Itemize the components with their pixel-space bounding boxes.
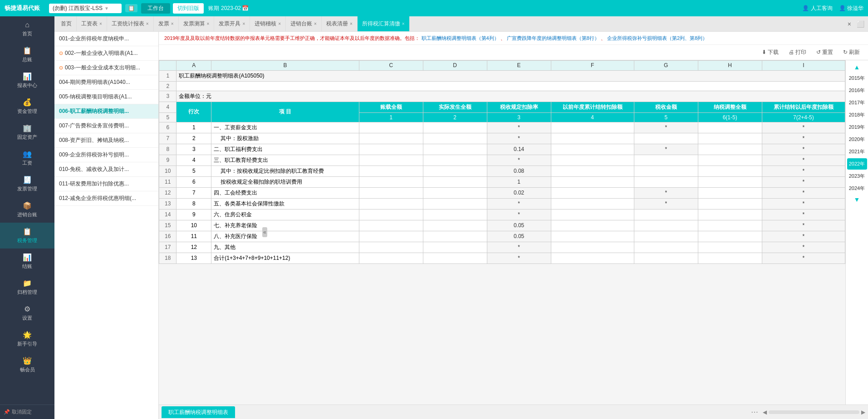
row-12-d[interactable] [423,187,487,198]
year-2018[interactable]: 2018年 [847,109,867,121]
row-18-d[interactable] [423,253,487,263]
sidebar-item-funds[interactable]: 💰 资金管理 [0,93,54,119]
year-2017[interactable]: 2017年 [847,97,867,108]
row-17-seq[interactable]: 12 [177,242,211,253]
customer-service[interactable]: 👤 人工客询 [802,5,832,12]
sidebar-item-ledger[interactable]: 📋 总账 [0,42,54,68]
row-9-c[interactable] [359,155,423,166]
scroll-right-icon[interactable]: ▶ [861,409,865,415]
row-7-d[interactable] [423,133,487,144]
row-14-g[interactable] [634,209,698,220]
col-C-header[interactable]: C [359,60,423,70]
sidebar-item-assets[interactable]: 🏢 固定资产 [0,119,54,145]
tab-invoice-issue-close[interactable]: × [242,21,245,26]
row-11-f[interactable] [551,176,634,187]
row-12-h[interactable] [698,187,762,198]
row-11-d[interactable] [423,176,487,187]
row-15-c[interactable] [359,220,423,231]
row-13-f[interactable] [551,198,634,209]
row-12-c[interactable] [359,187,423,198]
col-A-header[interactable]: A [177,60,211,70]
row-17-f[interactable] [551,242,634,253]
row-11-c[interactable] [359,176,423,187]
sidebar-item-sales[interactable]: 📦 进销台账 [0,197,54,223]
row-16-d[interactable] [423,231,487,242]
company-selector[interactable]: (勿删) 江西股宝-LSS ▼ [49,4,122,13]
row-18-h[interactable] [698,253,762,263]
tab-sales-ledger[interactable]: 进销台账 × [286,16,322,31]
tab-payroll-report-close[interactable]: × [146,21,149,26]
cancel-fixed-button[interactable]: 📌 取消固定 [0,404,54,419]
row-6-f[interactable] [551,122,634,133]
row-11-h[interactable] [698,176,762,187]
form-item-007[interactable]: 007-广告费和业务宣传费明... [54,119,158,133]
tab-home[interactable]: 首页 [56,16,77,31]
col-D-header[interactable]: D [423,60,487,70]
row-14-f[interactable] [551,209,634,220]
print-button[interactable]: 🖨 打印 [786,48,809,57]
row-8-item[interactable]: 二、职工福利费支出 [211,144,359,155]
row-15-d[interactable] [423,220,487,231]
row-16-g[interactable] [634,231,698,242]
tab-invoice-calc[interactable]: 发票测算 × [179,16,215,31]
tab-invoice-issue[interactable]: 发票开具 × [214,16,250,31]
tab-invoice[interactable]: 发票 × [154,16,179,31]
year-2022[interactable]: 2022年 [847,158,867,170]
tab-income-tax-close[interactable]: × [402,21,405,26]
row-12-f[interactable] [551,187,634,198]
row-13-c[interactable] [359,198,423,209]
row-11-g[interactable] [634,176,698,187]
row-17-d[interactable] [423,242,487,253]
row-13-h[interactable] [698,198,762,209]
row-10-c[interactable] [359,166,423,176]
workbench-button[interactable]: 工作台 [141,3,170,14]
row-18-item[interactable]: 合计(1+3+4+7+8+9+10+11+12) [211,253,359,263]
row-16-item[interactable]: 八、补充医疗保险 [211,231,359,242]
row-12-e[interactable]: 0.02 [487,187,551,198]
row-7-g[interactable] [634,133,698,144]
row-14-item[interactable]: 六、住房公积金 [211,209,359,220]
row-14-h[interactable] [698,209,762,220]
row-7-h[interactable] [698,133,762,144]
switch-version-button[interactable]: 切到旧版 [173,3,204,14]
row-8-seq[interactable]: 3 [177,144,211,155]
row-13-item[interactable]: 五、各类基本社会保障性缴款 [211,198,359,209]
h-scrollbar-track[interactable] [769,410,859,414]
tab-sales-ledger-close[interactable]: × [314,21,317,26]
row-10-g[interactable] [634,166,698,176]
row-10-item[interactable]: 其中：按税收规定比例扣除的职工教育经费 [211,166,359,176]
tab-tax-list-close[interactable]: × [350,21,353,26]
form-item-003[interactable]: ⊙ 003-一般企业业成本支出明细... [54,61,158,75]
row-8-e[interactable]: 0.14 [487,144,551,155]
tab-invoice-close[interactable]: × [171,21,174,26]
row-8-c[interactable] [359,144,423,155]
sidebar-item-payroll[interactable]: 👥 工资 [0,145,54,171]
row-10-h[interactable] [698,166,762,176]
row-6-c[interactable] [359,122,423,133]
sidebar-item-member[interactable]: 👑 畅会员 [0,352,54,378]
sidebar-item-reports[interactable]: 📊 报表中心 [0,68,54,93]
tab-sales-audit[interactable]: 进销稽核 × [250,16,286,31]
calendar-icon[interactable]: 📅 [242,5,249,11]
row-17-item[interactable]: 九、其他 [211,242,359,253]
col-G-header[interactable]: G [634,60,698,70]
form-item-011[interactable]: 011-研发费用加计扣除优惠... [54,177,158,191]
year-2016[interactable]: 2016年 [847,85,867,96]
refresh-button[interactable]: ↻ 刷新 [840,48,863,57]
tab-payslip-close[interactable]: × [99,21,102,26]
tab-tax-list[interactable]: 税表清册 × [322,16,358,31]
copy-icon[interactable]: 📋 [125,4,137,12]
sidebar-item-invoice[interactable]: 🧾 发票管理 [0,171,54,197]
row-10-e[interactable]: 0.08 [487,166,551,176]
form-item-012[interactable]: 012-减免企业所得税优惠明细(... [54,191,158,206]
row-15-h[interactable] [698,220,762,231]
sidebar-item-archive[interactable]: 📁 归档管理 [0,274,54,300]
user-profile[interactable]: 👤 徐溢华 [839,5,863,12]
sidebar-item-tax[interactable]: 📋 税务管理 [0,223,54,248]
form-item-001[interactable]: 001-企业所得税年度纳税申... [54,32,158,46]
row-17-h[interactable] [698,242,762,253]
tab-invoice-calc-close[interactable]: × [207,21,210,26]
row-9-d[interactable] [423,155,487,166]
col-F-header[interactable]: F [551,60,634,70]
row-10-f[interactable] [551,166,634,176]
